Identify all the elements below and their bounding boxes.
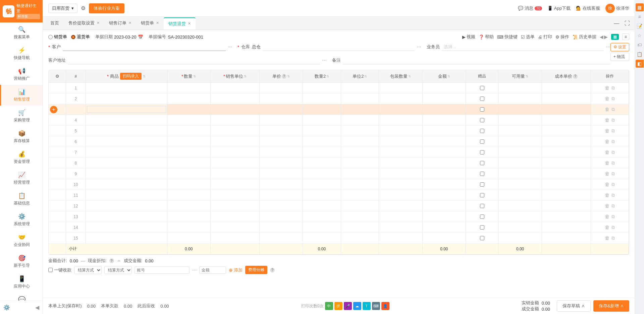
- sidebar-item-shortcut[interactable]: ⚡ 快捷导航: [0, 43, 43, 64]
- copy-icon-3[interactable]: ⧉: [611, 107, 615, 112]
- cpy-4[interactable]: ⧉: [611, 117, 615, 123]
- customer-input[interactable]: [63, 43, 225, 51]
- td-pack-1[interactable]: [379, 83, 423, 93]
- td-unit2-1[interactable]: [341, 83, 379, 93]
- salesperson-select-icon[interactable]: ···: [606, 44, 610, 50]
- delete-icon-3[interactable]: 🗑: [605, 107, 609, 112]
- gift-check-3[interactable]: [480, 107, 484, 112]
- bottom-icon-7[interactable]: 👤: [381, 302, 389, 310]
- td-amount-3[interactable]: [422, 104, 466, 115]
- cpy-13[interactable]: ⧉: [611, 214, 615, 219]
- td-price-2[interactable]: [259, 93, 303, 104]
- bottom-icon-5[interactable]: T: [363, 302, 371, 310]
- td-price-3[interactable]: [259, 104, 303, 115]
- tab-price-close[interactable]: ✕: [97, 21, 100, 25]
- warehouse-input[interactable]: [263, 43, 415, 51]
- bottom-icon-6[interactable]: ⌨: [372, 302, 380, 310]
- cost-info-icon[interactable]: ?: [573, 74, 578, 79]
- rs-tag[interactable]: 🏷: [636, 41, 644, 49]
- radio-shipment[interactable]: 销货单: [48, 34, 67, 40]
- sidebar-item-guide[interactable]: 🎯 新手引导: [0, 251, 43, 272]
- del-11[interactable]: 🗑: [605, 192, 609, 198]
- account-ellipsis[interactable]: ···: [192, 267, 197, 273]
- sidebar-item-sales[interactable]: 📊 销售管理: [0, 85, 43, 106]
- view-list-btn[interactable]: ≡: [622, 34, 629, 40]
- del-9[interactable]: 🗑: [605, 171, 609, 177]
- rs-table-view[interactable]: ▦: [636, 3, 644, 11]
- price-info-icon[interactable]: ?: [282, 74, 286, 79]
- toolbar-print[interactable]: 🖨 打印: [538, 34, 552, 40]
- td-qty2-1[interactable]: [303, 83, 341, 93]
- td-product-3[interactable]: [86, 104, 167, 115]
- sidebar-item-search[interactable]: 🔍 搜索菜单: [0, 22, 43, 43]
- gift-check-10[interactable]: [480, 182, 484, 187]
- sidebar-item-basic[interactable]: 📋 基础信息: [0, 189, 43, 209]
- del-15[interactable]: 🗑: [605, 235, 609, 241]
- account-input[interactable]: [135, 266, 190, 274]
- tab-sales-delivery-close[interactable]: ✕: [156, 21, 159, 25]
- tab-sales-order-close[interactable]: ✕: [128, 21, 131, 25]
- del-12[interactable]: 🗑: [605, 203, 609, 209]
- tab-sales-delivery[interactable]: 销货单 ✕: [136, 17, 164, 29]
- cpy-5[interactable]: ⧉: [611, 128, 615, 134]
- rs-copy[interactable]: 📋: [636, 50, 644, 58]
- cpy-11[interactable]: ⧉: [611, 192, 615, 198]
- delete-icon-1[interactable]: 🗑: [605, 85, 609, 91]
- tab-sales-return[interactable]: 销货退货 ✕: [164, 17, 196, 29]
- tab-home[interactable]: 首页: [46, 17, 64, 29]
- del-10[interactable]: 🗑: [605, 182, 609, 187]
- sidebar-item-inventory[interactable]: 📦 库存核算: [0, 126, 43, 147]
- rs-star[interactable]: ☆: [636, 32, 644, 40]
- td-unit2-2[interactable]: [341, 93, 379, 104]
- fee-info-icon[interactable]: ?: [270, 268, 275, 272]
- toolbar-select[interactable]: ☑ 选单: [521, 34, 535, 40]
- gift-check-4[interactable]: [480, 118, 484, 122]
- message-btn[interactable]: 💬 消息 70: [518, 5, 542, 11]
- td-avail-3[interactable]: [498, 104, 542, 115]
- td-price-1[interactable]: [259, 83, 303, 93]
- prev-page-btn[interactable]: ◀: [600, 34, 603, 40]
- tab-price-setting[interactable]: 售价提取设置 ✕: [64, 17, 104, 29]
- product-input-3[interactable]: [87, 106, 166, 113]
- del-6[interactable]: 🗑: [605, 139, 609, 144]
- sidebar-item-wechat[interactable]: 💬 企业微信: [0, 293, 43, 301]
- app-download-btn[interactable]: 📱 App下载: [547, 5, 571, 11]
- cpy-14[interactable]: ⧉: [611, 225, 615, 230]
- toolbar-history[interactable]: 📜 历史单据: [573, 34, 596, 40]
- view-table-btn[interactable]: ▦: [611, 34, 619, 40]
- user-profile[interactable]: 徐 徐泽华: [605, 4, 629, 13]
- module-selector[interactable]: 日用百货 ▾: [48, 4, 77, 13]
- one-click-pay-check[interactable]: [48, 268, 53, 272]
- bottom-icon-2[interactable]: 拼: [334, 302, 342, 310]
- radio-return-input[interactable]: [71, 35, 75, 39]
- address-input[interactable]: [68, 56, 320, 64]
- sidebar-item-marketing[interactable]: 📢 营销推广: [0, 64, 43, 85]
- td-qty2-3[interactable]: [303, 104, 341, 115]
- del-14[interactable]: 🗑: [605, 225, 609, 230]
- td-cost-3[interactable]: [542, 104, 591, 115]
- tab-fullscreen-btn[interactable]: ⛶: [623, 20, 632, 27]
- rs-note[interactable]: 📝: [636, 22, 644, 30]
- bottom-icon-1[interactable]: 中: [325, 302, 333, 310]
- remark-input[interactable]: [343, 56, 610, 64]
- delete-icon-2[interactable]: 🗑: [605, 96, 609, 102]
- next-page-btn[interactable]: ▶: [604, 34, 608, 40]
- fee-split-btn[interactable]: 费用分摊: [245, 266, 267, 274]
- del-4[interactable]: 🗑: [605, 117, 609, 123]
- address-select-icon[interactable]: ···: [322, 57, 326, 63]
- tab-sales-order[interactable]: 销售订单 ✕: [104, 17, 136, 29]
- del-8[interactable]: 🗑: [605, 160, 609, 166]
- gift-check-12[interactable]: [480, 204, 484, 208]
- gift-check-5[interactable]: [480, 129, 484, 133]
- td-amount-1[interactable]: [422, 83, 466, 93]
- sidebar-item-finance[interactable]: 💰 资金管理: [0, 147, 43, 168]
- toolbar-help[interactable]: ❓ 帮助: [479, 34, 494, 40]
- cpy-12[interactable]: ⧉: [611, 203, 615, 209]
- customer-select-icon[interactable]: ···: [228, 44, 232, 50]
- logistics-btn[interactable]: + 物流: [610, 53, 629, 61]
- td-amount-2[interactable]: [422, 93, 466, 104]
- copy-icon-2[interactable]: ⧉: [611, 96, 615, 102]
- toolbar-shortcut[interactable]: ⌨ 快捷键: [497, 34, 518, 40]
- scan-btn[interactable]: 扫码录入: [120, 73, 142, 80]
- th-settings[interactable]: ⚙: [49, 70, 66, 83]
